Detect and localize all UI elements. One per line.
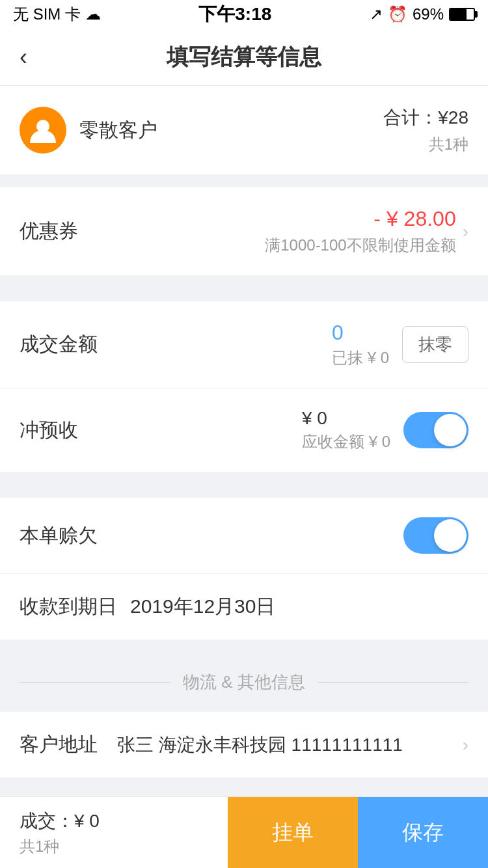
customer-total: 合计：¥28 — [383, 105, 468, 130]
section-divider-1 — [0, 288, 488, 301]
prepayment-label: 冲预收 — [20, 417, 78, 444]
deal-amount-row: 成交金额 0 已抹 ¥ 0 抹零 — [0, 301, 488, 388]
debit-section: 本单赊欠 收款到期日 2019年12月30日 — [0, 498, 488, 640]
bottom-deal-row: 成交：¥ 0 — [20, 809, 208, 834]
prepayment-row: 冲预收 ¥ 0 应收金额 ¥ 0 — [0, 388, 488, 472]
bottom-deal-label: 成交： — [20, 811, 74, 831]
bottom-deal-amount: ¥ 0 — [74, 811, 100, 831]
status-bar: 无 SIM 卡 ☁ 下午3:18 ↗ ⏰ 69% — [0, 0, 488, 29]
prepayment-amount: ¥ 0 — [302, 408, 390, 429]
coupon-info: - ¥ 28.00 满1000-100不限制使用金额 — [265, 207, 455, 256]
back-button[interactable]: ‹ — [20, 44, 27, 71]
logistics-label: 物流 & 其他信息 — [183, 671, 305, 694]
customer-left: 零散客户 — [20, 107, 157, 154]
debit-toggle-knob — [434, 519, 467, 552]
debit-label: 本单赊欠 — [20, 522, 98, 549]
bottom-bar: 成交：¥ 0 共1种 挂单 保存 — [0, 796, 488, 868]
coupon-right: - ¥ 28.00 满1000-100不限制使用金额 › — [265, 207, 468, 256]
prepayment-info: ¥ 0 应收金额 ¥ 0 — [302, 408, 390, 452]
coupon-chevron-icon: › — [463, 221, 468, 242]
user-avatar-icon — [27, 115, 59, 146]
battery-icon — [449, 8, 475, 21]
customer-name: 零散客户 — [79, 117, 157, 144]
toggle-knob — [434, 414, 467, 446]
hang-button[interactable]: 挂单 — [228, 797, 358, 869]
customer-section: 零散客户 合计：¥28 共1种 — [0, 86, 488, 174]
round-button[interactable]: 抹零 — [402, 326, 468, 363]
status-time: 下午3:18 — [198, 2, 271, 27]
customer-right: 合计：¥28 共1种 — [383, 105, 468, 155]
battery-percent: 69% — [413, 5, 444, 23]
deal-amount-label: 成交金额 — [20, 331, 98, 358]
deal-amount-value: 0 — [332, 321, 389, 345]
deal-amount-info: 0 已抹 ¥ 0 — [332, 321, 389, 368]
due-date-value: 2019年12月30日 — [130, 593, 275, 620]
due-date-label: 收款到期日 — [20, 593, 117, 620]
sim-label: 无 SIM 卡 ☁ — [13, 4, 101, 25]
prepayment-sub: 应收金额 ¥ 0 — [302, 431, 390, 452]
debit-toggle[interactable] — [403, 517, 468, 554]
debit-row: 本单赊欠 — [0, 498, 488, 573]
address-chevron-icon: › — [463, 735, 468, 755]
alarm-icon: ⏰ — [388, 5, 407, 23]
coupon-label: 优惠券 — [20, 218, 78, 245]
address-section[interactable]: 客户地址 张三 海淀永丰科技园 11111111111 › — [0, 712, 488, 778]
prepayment-toggle[interactable] — [403, 412, 468, 448]
save-button[interactable]: 保存 — [358, 797, 488, 869]
bottom-info: 成交：¥ 0 共1种 — [0, 809, 228, 857]
deal-amount-sub: 已抹 ¥ 0 — [332, 347, 389, 368]
location-icon: ↗ — [370, 5, 383, 23]
section-divider-2 — [0, 485, 488, 498]
page-title: 填写结算等信息 — [167, 42, 321, 72]
divider-line-left — [20, 682, 170, 683]
logistics-divider: 物流 & 其他信息 — [0, 653, 488, 712]
nav-bar: ‹ 填写结算等信息 — [0, 29, 488, 86]
status-left: 无 SIM 卡 ☁ — [13, 4, 101, 25]
prepayment-right: ¥ 0 应收金额 ¥ 0 — [302, 408, 468, 452]
bottom-count: 共1种 — [20, 836, 208, 857]
address-label: 客户地址 — [20, 731, 98, 758]
customer-count: 共1种 — [383, 134, 468, 155]
coupon-section[interactable]: 优惠券 - ¥ 28.00 满1000-100不限制使用金额 › — [0, 187, 488, 275]
address-value: 张三 海淀永丰科技园 11111111111 — [117, 733, 443, 757]
content-area: 零散客户 合计：¥28 共1种 优惠券 - ¥ 28.00 满1000-100不… — [0, 86, 488, 856]
divider-line-right — [318, 682, 468, 683]
due-date-row: 收款到期日 2019年12月30日 — [0, 573, 488, 640]
deal-amount-right: 0 已抹 ¥ 0 抹零 — [332, 321, 468, 368]
avatar — [20, 107, 66, 154]
coupon-amount: - ¥ 28.00 — [265, 207, 455, 231]
deal-amount-section: 成交金额 0 已抹 ¥ 0 抹零 冲预收 ¥ 0 应收金额 ¥ 0 — [0, 301, 488, 472]
status-right: ↗ ⏰ 69% — [370, 5, 475, 23]
coupon-desc: 满1000-100不限制使用金额 — [265, 235, 455, 256]
